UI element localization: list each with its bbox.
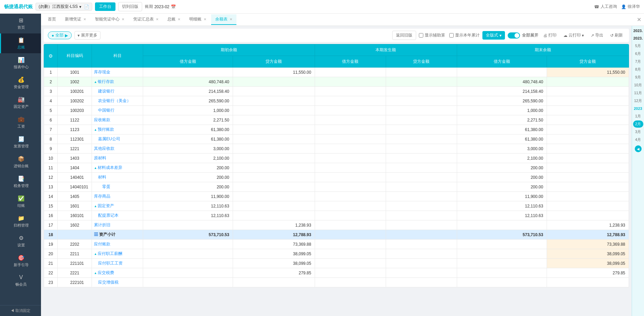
month-9[interactable]: 9月 <box>633 74 643 81</box>
sidebar-item-ledger[interactable]: 📋 总账 <box>0 33 41 53</box>
tab-smart-voucher[interactable]: 智能凭证中心 ✕ <box>91 14 128 25</box>
cell-name[interactable]: 应付账款 <box>92 240 143 249</box>
sidebar-item-reports[interactable]: 📊 报表中心 <box>0 53 41 73</box>
right-panel-toggle[interactable]: ◀ <box>635 145 642 152</box>
sidebar-item-home[interactable]: ⊞ 首页 <box>0 14 41 33</box>
cell-name[interactable]: 嘉属EU公司 <box>92 134 143 144</box>
expand-button[interactable]: ▾ 展开更多 <box>74 31 100 40</box>
close-all-tabs[interactable]: ✕ <box>637 16 641 23</box>
cloud-print-button[interactable]: ☁ 云打印 ▾ <box>561 31 586 39</box>
cell-name[interactable]: 累计折旧 <box>92 220 143 230</box>
switch-old-button[interactable]: 切到旧版 <box>118 2 142 11</box>
tab-general-ledger[interactable]: 总账 ✕ <box>163 14 184 25</box>
account-name-link[interactable]: 库存商品 <box>94 194 110 199</box>
cell-name[interactable]: 农业银行（美金） <box>92 96 143 106</box>
ytd-checkbox-input[interactable] <box>449 33 454 38</box>
show-ytd-checkbox[interactable]: 显示本年累计 <box>449 32 480 38</box>
account-name-link[interactable]: 预付账款 <box>98 127 114 132</box>
cell-name[interactable]: ▲ 银行存款 <box>92 77 143 87</box>
sidebar-item-member[interactable]: V 畅会员 <box>0 271 41 290</box>
workbench-button[interactable]: 工作台 <box>95 2 115 11</box>
account-name-link[interactable]: 应付职工薪酬 <box>98 251 122 256</box>
expand-row-icon[interactable]: ▲ <box>94 271 98 275</box>
expand-row-icon[interactable]: ▲ <box>94 80 98 84</box>
account-name-link[interactable]: 应收账款 <box>94 117 110 122</box>
account-name-link[interactable]: 应交税费 <box>98 270 114 275</box>
cell-name[interactable]: 材料 <box>92 173 143 182</box>
tab-detail-ledger-close[interactable]: ✕ <box>204 17 206 21</box>
cell-name[interactable]: 应付职工工资 <box>92 259 143 268</box>
tab-new-voucher[interactable]: 新增凭证 ✕ <box>61 14 90 25</box>
tab-detail-ledger[interactable]: 明细账 ✕ <box>185 14 210 25</box>
account-name-link[interactable]: 应付账款 <box>94 242 110 246</box>
user-info[interactable]: 👤 徐泽华 <box>621 4 640 10</box>
month-5[interactable]: 5月 <box>633 42 643 49</box>
account-name-link[interactable]: 材料 <box>98 175 106 179</box>
account-name-link[interactable]: 应交增值税 <box>98 280 119 285</box>
sidebar-item-funds[interactable]: 💰 资金管理 <box>0 73 41 93</box>
export-button[interactable]: ↗ 导出 <box>589 31 605 39</box>
month-12[interactable]: 12月 <box>633 97 643 104</box>
month-7[interactable]: 7月 <box>633 58 643 65</box>
account-name-link[interactable]: 其他应收款 <box>94 146 114 151</box>
expand-row-icon[interactable]: ▲ <box>94 204 98 208</box>
show-aux-checkbox[interactable]: 显示辅助算 <box>419 32 445 38</box>
service-info[interactable]: ☎ 人工咨询 <box>594 4 617 10</box>
month-3[interactable]: 3月 <box>633 128 643 135</box>
sidebar-item-guide[interactable]: 🎯 新手引导 <box>0 251 41 271</box>
account-name-link[interactable]: 中国银行 <box>98 108 114 113</box>
expand-row-icon[interactable]: ▲ <box>94 166 98 170</box>
sidebar-collapse[interactable]: ◀ 取消固定 <box>0 305 41 316</box>
expand-all-toggle[interactable] <box>508 32 520 39</box>
month-6[interactable]: 6月 <box>633 50 643 57</box>
tab-home[interactable]: 首页 <box>44 14 60 25</box>
tab-new-voucher-close[interactable]: ✕ <box>83 17 86 21</box>
account-name-link[interactable]: 银行存款 <box>98 79 114 84</box>
sidebar-item-invoice[interactable]: 🧾 发票管理 <box>0 132 41 152</box>
month-10[interactable]: 10月 <box>633 82 643 89</box>
tab-smart-voucher-close[interactable]: ✕ <box>122 17 124 21</box>
tab-balance-sheet-close[interactable]: ✕ <box>230 17 232 21</box>
expand-row-icon[interactable]: ▲ <box>94 128 98 131</box>
calendar-icon[interactable]: 📅 <box>171 4 176 9</box>
cell-name[interactable]: ▲ 固定资产 <box>92 201 143 211</box>
tab-voucher-summary-close[interactable]: ✕ <box>156 17 159 21</box>
account-name-link[interactable]: 原材料 <box>94 156 106 160</box>
month-4[interactable]: 4月 <box>633 136 643 143</box>
sidebar-item-close[interactable]: ✅ 结账 <box>0 192 41 212</box>
month-1[interactable]: 1月 <box>633 113 643 120</box>
company-selector[interactable]: (勿删）江西股室-LSS ▾ 📄 <box>36 3 92 11</box>
return-old-button[interactable]: 返回旧版 <box>392 31 416 40</box>
month-8[interactable]: 8月 <box>633 66 643 73</box>
account-name-link[interactable]: 农业银行（美金） <box>98 98 131 103</box>
sidebar-item-sales[interactable]: 📦 进销台账 <box>0 152 41 172</box>
cell-name[interactable]: 应交增值税 <box>92 278 143 287</box>
account-name-link[interactable]: 固定资产 <box>98 203 114 208</box>
cell-name[interactable]: 原材料 <box>92 154 143 163</box>
tab-balance-sheet[interactable]: 余额表 ✕ <box>211 14 236 25</box>
account-name-link[interactable]: 材料成本差异 <box>98 165 122 170</box>
sidebar-item-settings[interactable]: ⚙ 设置 <box>0 231 41 251</box>
cell-name[interactable]: ▲ 预付账款 <box>92 125 143 134</box>
month-2[interactable]: 2月 <box>633 120 643 128</box>
cell-name[interactable]: ▲ 应付职工薪酬 <box>92 249 143 259</box>
account-name-link[interactable]: 配提票记本 <box>98 213 119 218</box>
cell-name[interactable]: 其他应收款 <box>92 144 143 154</box>
refresh-button[interactable]: ↺ 刷新 <box>608 31 625 39</box>
account-name-link[interactable]: 零蛋 <box>102 184 110 189</box>
sidebar-item-salary[interactable]: 💼 工资 <box>0 113 41 132</box>
account-name-link[interactable]: 嘉属EU公司 <box>98 137 120 141</box>
sidebar-item-assets[interactable]: 🏭 固定资产 <box>0 93 41 113</box>
aux-checkbox-input[interactable] <box>419 33 423 38</box>
account-name-link[interactable]: 累计折旧 <box>94 222 110 227</box>
cell-name[interactable]: 应收账款 <box>92 115 143 125</box>
account-name-link[interactable]: 建设银行 <box>98 89 114 94</box>
cell-name[interactable]: 库存现金 <box>92 68 143 77</box>
cell-name[interactable]: ▲ 材料成本差异 <box>92 163 143 173</box>
filter-tag[interactable]: ● 全部 ▶ <box>48 31 72 39</box>
cell-name[interactable]: 配提票记本 <box>92 211 143 220</box>
print-button[interactable]: 🖨 打印 <box>541 31 559 39</box>
cell-name[interactable]: 库存商品 <box>92 192 143 201</box>
cell-name[interactable]: 中国银行 <box>92 106 143 115</box>
sidebar-item-archive[interactable]: 📁 归档管理 <box>0 212 41 231</box>
